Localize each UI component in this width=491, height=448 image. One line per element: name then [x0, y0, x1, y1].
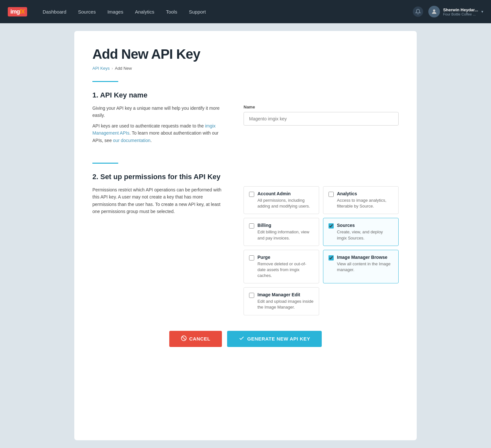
perm-desc-analytics: Access to image analytics, filterable by…	[337, 198, 393, 209]
breadcrumb-parent[interactable]: API Keys	[92, 66, 110, 71]
cancel-button[interactable]: CANCEL	[169, 331, 222, 347]
user-info: Sherwin Heydar... Four Bottle Coffee ...	[443, 7, 478, 16]
main-card: Add New API Key API Keys › Add New 1. AP…	[74, 31, 417, 440]
perm-desc-image-manager-browse: View all content in the Image manager.	[337, 261, 393, 273]
permission-card-sources: SourcesCreate, view, and deploy imgix So…	[323, 218, 399, 246]
perm-title-account-admin: Account Admin	[257, 191, 314, 196]
perm-title-billing: Billing	[257, 223, 314, 228]
nav-item-analytics[interactable]: Analytics	[130, 6, 160, 17]
permissions-grid: Account AdminAll permissions, including …	[244, 186, 399, 315]
perm-desc-image-manager-edit: Edit and upload images inside the Image …	[257, 299, 314, 310]
user-name: Sherwin Heydar...	[443, 7, 478, 12]
section1-left: Giving your API key a unique name will h…	[92, 105, 228, 147]
permissions-grid-wrapper: Account AdminAll permissions, including …	[244, 186, 399, 315]
perm-desc-sources: Create, view, and deploy imgix Sources.	[337, 229, 393, 241]
breadcrumb-current: Add New	[115, 66, 132, 71]
perm-content-purge: PurgeRemove deleted or out-of-date asset…	[257, 255, 314, 279]
svg-point-0	[433, 9, 435, 12]
page-wrapper: Add New API Key API Keys › Add New 1. AP…	[0, 23, 491, 448]
perm-title-purge: Purge	[257, 255, 314, 260]
perm-title-image-manager-browse: Image Manager Browse	[337, 255, 393, 260]
perm-content-sources: SourcesCreate, view, and deploy imgix So…	[337, 223, 393, 241]
section2-left: Permissions restrict which API operation…	[92, 186, 228, 315]
perm-desc-billing: Edit billing information, view and pay i…	[257, 229, 314, 241]
perm-checkbox-billing[interactable]	[249, 223, 254, 229]
section-divider-2	[92, 163, 118, 164]
perm-checkbox-image-manager-browse[interactable]	[329, 255, 334, 260]
nav-item-images[interactable]: Images	[102, 6, 128, 17]
svg-line-2	[182, 336, 185, 340]
breadcrumb: API Keys › Add New	[92, 66, 399, 71]
perm-content-image-manager-edit: Image Manager EditEdit and upload images…	[257, 292, 314, 310]
perm-content-billing: BillingEdit billing information, view an…	[257, 223, 314, 241]
perm-checkbox-purge[interactable]	[249, 255, 254, 260]
logo[interactable]: imgIX	[8, 7, 27, 16]
perm-title-sources: Sources	[337, 223, 393, 228]
perm-checkbox-account-admin[interactable]	[249, 192, 254, 197]
api-key-name-input[interactable]	[244, 112, 399, 126]
section1-right: Name	[244, 105, 399, 147]
navbar: imgIX Dashboard Sources Images Analytics…	[0, 0, 491, 23]
perm-checkbox-image-manager-edit[interactable]	[249, 293, 254, 298]
perm-content-account-admin: Account AdminAll permissions, including …	[257, 191, 314, 209]
generate-button[interactable]: GENERATE NEW API KEY	[227, 331, 322, 347]
section-permissions: 2. Set up permissions for this API Key P…	[92, 163, 399, 315]
nav-item-tools[interactable]: Tools	[161, 6, 183, 17]
section-api-key-name: 1. API Key name Giving your API key a un…	[92, 81, 399, 147]
permission-card-account-admin: Account AdminAll permissions, including …	[244, 186, 319, 214]
permission-card-image-manager-browse: Image Manager BrowseView all content in …	[323, 250, 399, 284]
footer-buttons: CANCEL GENERATE NEW API KEY	[92, 331, 399, 347]
permission-card-billing: BillingEdit billing information, view an…	[244, 218, 319, 246]
section1-title: 1. API Key name	[92, 91, 399, 99]
perm-desc-account-admin: All permissions, including adding and mo…	[257, 198, 314, 209]
management-api-link[interactable]: imgix Management APIs	[92, 123, 215, 136]
perm-content-image-manager-browse: Image Manager BrowseView all content in …	[337, 255, 393, 273]
permission-card-analytics: AnalyticsAccess to image analytics, filt…	[323, 186, 399, 214]
name-label: Name	[244, 105, 399, 109]
nav-item-dashboard[interactable]: Dashboard	[37, 6, 71, 17]
nav-item-sources[interactable]: Sources	[73, 6, 101, 17]
perm-content-analytics: AnalyticsAccess to image analytics, filt…	[337, 191, 393, 209]
avatar	[428, 6, 440, 17]
user-org: Four Bottle Coffee ...	[443, 12, 478, 16]
perm-desc-purge: Remove deleted or out-of-date assets fro…	[257, 261, 314, 279]
cancel-label: CANCEL	[189, 336, 211, 341]
perm-checkbox-analytics[interactable]	[329, 192, 334, 197]
documentation-link[interactable]: our documentation	[113, 138, 151, 143]
cancel-icon	[181, 335, 187, 342]
logo-text: imgIX	[8, 7, 27, 16]
user-chevron-icon: ▾	[481, 9, 483, 14]
nav-menu: Dashboard Sources Images Analytics Tools…	[37, 6, 413, 17]
nav-item-support[interactable]: Support	[184, 6, 211, 17]
navbar-right: Sherwin Heydar... Four Bottle Coffee ...…	[413, 6, 483, 17]
perm-title-analytics: Analytics	[337, 191, 393, 196]
section-divider-1	[92, 81, 118, 82]
section1-desc1: Giving your API key a unique name will h…	[92, 105, 228, 119]
breadcrumb-separator: ›	[111, 66, 113, 71]
logo-ix: IX	[20, 8, 25, 15]
notifications-bell[interactable]	[413, 6, 423, 17]
generate-icon	[239, 335, 245, 342]
section1-desc2: API keys are used to authenticate reques…	[92, 122, 228, 144]
user-menu[interactable]: Sherwin Heydar... Four Bottle Coffee ...…	[428, 6, 483, 17]
section1-body: Giving your API key a unique name will h…	[92, 105, 399, 147]
section2-desc: Permissions restrict which API operation…	[92, 186, 228, 215]
generate-label: GENERATE NEW API KEY	[247, 336, 310, 341]
section2-title: 2. Set up permissions for this API Key	[92, 173, 399, 181]
perm-title-image-manager-edit: Image Manager Edit	[257, 292, 314, 297]
section2-body: Permissions restrict which API operation…	[92, 186, 399, 315]
page-title: Add New API Key	[92, 46, 399, 62]
perm-checkbox-sources[interactable]	[329, 223, 334, 229]
permission-card-purge: PurgeRemove deleted or out-of-date asset…	[244, 250, 319, 284]
permission-card-image-manager-edit: Image Manager EditEdit and upload images…	[244, 287, 319, 315]
